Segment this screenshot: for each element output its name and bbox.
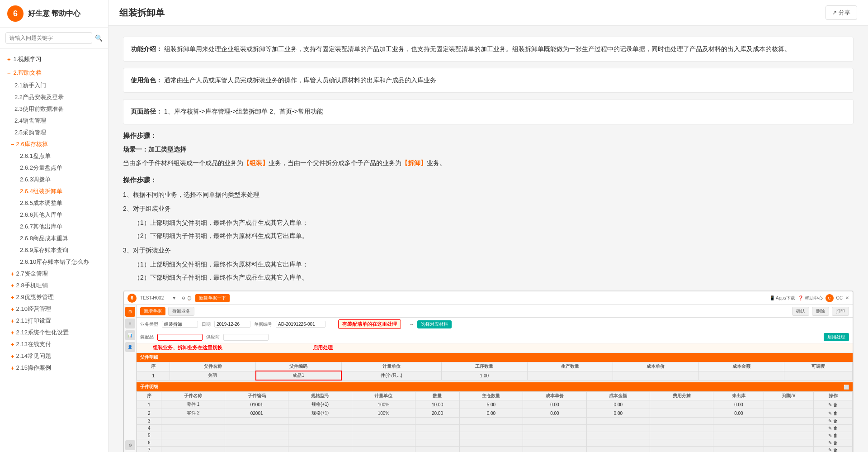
field-no-input[interactable] bbox=[276, 321, 326, 328]
btn-select-material[interactable]: 选择对应材料 bbox=[417, 320, 452, 328]
search-icon[interactable]: 🔍 bbox=[95, 34, 103, 42]
th-seq2: 序 bbox=[137, 392, 161, 400]
step2-sub2-text: （2）下部明细为子件明细，最终作为原材料生成其它出库单。 bbox=[134, 230, 854, 242]
sidebar-item-docs-22[interactable]: 2.2产品安装及登录 bbox=[0, 91, 108, 103]
upper-table-section: 父件明细 序 父件名称 父件编码 计量单位 工序数量 bbox=[137, 352, 853, 381]
sidebar-item-docs-212[interactable]: + 2.12系统个性化设置 bbox=[0, 327, 108, 338]
btn-print[interactable]: 打印 bbox=[832, 307, 849, 316]
sidebar-item-docs-267[interactable]: 2.6.7其他出库单 bbox=[0, 221, 108, 233]
sidebar-item-docs-269[interactable]: 2.6.9库存账本查询 bbox=[0, 244, 108, 256]
sidebar-app-title: 好生意 帮助中心 bbox=[28, 9, 80, 19]
app-sidebar: ⊞ ≡ 📊 👤 ⚙ ℹ ⋮ bbox=[124, 305, 137, 452]
table-row: 1 关羽 成品1 件(个/只...) 1.00 bbox=[137, 371, 853, 380]
app-sidebar-chart[interactable]: 📊 bbox=[125, 330, 135, 340]
sidebar-item-docs-24[interactable]: 2.4销售管理 bbox=[0, 115, 108, 127]
search-input[interactable] bbox=[5, 32, 92, 44]
sidebar-item-docs-211[interactable]: + 2.11打印设置 bbox=[0, 315, 108, 327]
main-content: 功能介绍： 组装拆卸单用来处理企业组装或拆卸等加工业务，支持有固定装配清单的产品… bbox=[108, 26, 868, 452]
parent-table: 序 父件名称 父件编码 计量单位 工序数量 生产数量 成本单价 成本金额 bbox=[137, 362, 853, 381]
field-type-input[interactable] bbox=[162, 321, 198, 328]
sidebar-item-docs[interactable]: − 2.帮助文档 bbox=[0, 66, 108, 80]
sidebar-item-docs-2610[interactable]: 2.6.10库存账本错了怎么办 bbox=[0, 256, 108, 268]
sidebar-item-docs-29[interactable]: + 2.9优惠券管理 bbox=[0, 291, 108, 303]
plus-icon-210: + bbox=[11, 306, 14, 313]
sidebar-item-docs-21[interactable]: 2.1新手入门 bbox=[0, 80, 108, 91]
expand-icon[interactable]: ⬜ bbox=[844, 385, 849, 390]
app-sidebar-settings[interactable]: ⚙ bbox=[125, 440, 135, 450]
new-doc-button[interactable]: 新建单据一下 bbox=[195, 294, 230, 302]
td-process-qty: 1.00 bbox=[442, 371, 528, 380]
th-parent-name: 父件名称 bbox=[170, 362, 256, 371]
page-title: 组装拆卸单 bbox=[119, 7, 165, 19]
app-main-content: 新增单据 拆卸业务 确认 删除 打印 业务类型 bbox=[137, 305, 853, 452]
sidebar-item-docs-28[interactable]: + 2.8手机旺铺 bbox=[0, 280, 108, 291]
sidebar-item-docs-268[interactable]: 2.6.8商品成本重算 bbox=[0, 233, 108, 244]
section-child-title: 子件明细 ⬜ bbox=[137, 382, 853, 391]
th-main-qty: 主仓数量 bbox=[459, 392, 523, 400]
th-prod-qty: 生产数量 bbox=[527, 362, 613, 371]
field-no-label: 单据编号 bbox=[254, 321, 272, 328]
sidebar-item-docs-262[interactable]: 2.6.2分量盘点单 bbox=[0, 162, 108, 174]
sidebar-item-docs-23[interactable]: 2.3使用前数据准备 bbox=[0, 103, 108, 115]
app-sidebar-home[interactable]: ⊞ bbox=[125, 307, 135, 317]
btn-enable[interactable]: 启用处理 bbox=[824, 333, 849, 341]
td-prod-qty bbox=[527, 371, 613, 380]
th-cost-price: 成本单价 bbox=[613, 362, 699, 371]
app-sidebar-user[interactable]: 👤 bbox=[125, 342, 135, 352]
field-date-input[interactable] bbox=[214, 321, 250, 328]
table-row: 7✎ 🗑 bbox=[137, 447, 853, 452]
apps-label: 📱 Apps下载 bbox=[769, 295, 795, 301]
field-type-label: 业务类型 bbox=[140, 321, 158, 328]
path-block: 页面路径： 1、库存核算->库存管理->组装拆卸单 2、首页->常用功能 bbox=[123, 99, 854, 124]
annotation-type-switch: 组装业务、拆卸业务在这里切换 bbox=[153, 344, 222, 351]
table-row: 6✎ 🗑 bbox=[137, 439, 853, 447]
th-unit2: 计量单位 bbox=[352, 392, 415, 400]
tab-disassembly[interactable]: 拆卸业务 bbox=[168, 307, 194, 316]
sidebar-item-video[interactable]: + 1.视频学习 bbox=[0, 52, 108, 66]
app-screenshot: 6 TEST-H002 ▼ ⚙ ⌚ 新建单据一下 📱 Apps下载 ❓ 帮助中心… bbox=[123, 291, 853, 452]
sidebar-logo: 6 bbox=[7, 5, 24, 22]
sidebar-item-docs-266[interactable]: 2.6.6其他入库单 bbox=[0, 209, 108, 221]
app-topbar-dropdown: ▼ bbox=[172, 295, 176, 300]
role-block: 使用角色： 通常由生产人员或库管人员完成拆装业务的操作，库管人员确认原材料的出库… bbox=[123, 68, 854, 93]
td-cost-amount bbox=[698, 371, 784, 380]
sidebar-item-docs-261[interactable]: 2.6.1盘点单 bbox=[0, 150, 108, 162]
field-product-label: 装配品 bbox=[140, 334, 154, 340]
sidebar-item-docs-264[interactable]: 2.6.4组装拆卸单 bbox=[0, 186, 108, 197]
close-icon[interactable]: ✕ bbox=[845, 295, 849, 300]
plus-icon-28: + bbox=[11, 282, 14, 289]
th-parent-code: 父件编码 bbox=[256, 362, 342, 371]
sidebar-item-docs-25[interactable]: 2.5采购管理 bbox=[0, 127, 108, 138]
sidebar-item-docs-26[interactable]: − 2.6库存核算 bbox=[0, 138, 108, 150]
sidebar-item-docs-213[interactable]: + 2.13在线支付 bbox=[0, 338, 108, 350]
step2-sub1-text: （1）上部明细为父件明细，最终作为产成品生成其它入库单； bbox=[134, 217, 854, 228]
sidebar-item-docs-210[interactable]: + 2.10经营管理 bbox=[0, 303, 108, 315]
app-sidebar-order[interactable]: ≡ bbox=[125, 319, 135, 328]
td-parent-code: 成品1 bbox=[256, 371, 342, 380]
sidebar-item-docs-27[interactable]: + 2.7资金管理 bbox=[0, 268, 108, 280]
main-header: 组装拆卸单 ↗ 分享 bbox=[108, 0, 868, 26]
share-button[interactable]: ↗ 分享 bbox=[826, 5, 857, 20]
app-form-row2: 装配品 供应商 启用处理 bbox=[137, 331, 853, 343]
sidebar-item-docs-263[interactable]: 2.6.3调拨单 bbox=[0, 174, 108, 186]
app-logo: 6 bbox=[127, 294, 137, 303]
btn-delete[interactable]: 删除 bbox=[812, 307, 829, 316]
btn-confirm[interactable]: 确认 bbox=[792, 307, 809, 316]
th-cost-amount2: 成本金额 bbox=[586, 392, 650, 400]
user-label: CC bbox=[836, 295, 843, 300]
sidebar-item-docs-215[interactable]: + 2.15操作案例 bbox=[0, 362, 108, 374]
sidebar-item-docs-214[interactable]: + 2.14常见问题 bbox=[0, 350, 108, 362]
sidebar-item-docs-265[interactable]: 2.6.5成本调整单 bbox=[0, 197, 108, 209]
field-product-input[interactable] bbox=[157, 334, 203, 341]
td-unit: 件(个/只...) bbox=[341, 371, 442, 380]
th-process-qty: 工序数量 bbox=[442, 362, 528, 371]
th-ops: 操作 bbox=[814, 392, 853, 400]
th-cost-amount: 成本金额 bbox=[698, 362, 784, 371]
table-row: 1 零件 1 01001 规格(+1) 100% 10.00 5.00 0.00 bbox=[137, 400, 853, 409]
func-intro-label: 功能介绍： bbox=[131, 45, 162, 52]
tab-new-doc[interactable]: 新增单据 bbox=[140, 307, 165, 315]
field-supplier-input[interactable] bbox=[223, 334, 269, 341]
app-form-row1: 业务类型 日期 单据编号 有装配清单的在这里处理 → 选择对应材料 bbox=[137, 318, 853, 331]
minus-icon-26: − bbox=[11, 141, 14, 148]
th-expire: 到期/V bbox=[764, 392, 814, 400]
